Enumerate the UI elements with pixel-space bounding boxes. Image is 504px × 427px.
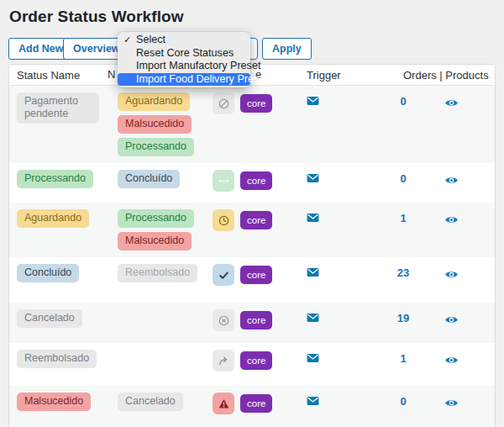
type-cell: core (204, 350, 298, 372)
check-icon (213, 264, 234, 286)
status-name-cell: Cancelado (9, 309, 110, 328)
products-cell (433, 350, 495, 368)
next-statuses-cell: AguardandoMalsucedidoProcessando (110, 92, 204, 156)
warning-triangle-icon (213, 393, 234, 414)
email-envelope-icon[interactable] (307, 394, 319, 409)
eye-icon[interactable] (444, 396, 459, 411)
status-name-badge[interactable]: Reembolsado (17, 350, 97, 368)
orders-count-link[interactable]: 0 (400, 172, 406, 185)
core-badge: core (240, 311, 272, 329)
status-row: ConcluídoReembolsadocore23 (9, 257, 495, 303)
products-cell (433, 170, 495, 188)
products-cell (433, 309, 495, 328)
trigger-cell (298, 350, 374, 366)
menu-item-reset-core-statuses[interactable]: Reset Core Statuses (118, 47, 250, 61)
slash-circle-icon (213, 92, 234, 114)
page-title: Order Status Workflow (9, 8, 184, 26)
menu-item-import-manufactory-preset[interactable]: Import Manufactory Preset (118, 60, 250, 73)
status-row: Canceladocore19 (9, 303, 495, 343)
menu-item-label: Select (136, 34, 165, 45)
menu-item-label: Reset Core Statuses (136, 47, 234, 59)
statuses-table: Status Name Trigger Orders | Products N … (8, 64, 496, 427)
order-status-workflow-page: Order Status Workflow Add New Overview A… (0, 0, 504, 427)
status-row: ProcessandoConcluídocore0 (9, 163, 495, 203)
menu-item-select[interactable]: ✓Select (118, 34, 250, 47)
next-status-badge: Malsucedido (118, 115, 192, 134)
status-row: Reembolsadocore1 (9, 343, 495, 386)
circle-x-icon (213, 309, 234, 331)
core-badge: core (240, 211, 272, 229)
next-statuses-cell: Reembolsado (110, 264, 204, 282)
core-badge: core (240, 171, 272, 190)
status-name-badge[interactable]: Pagamento pendente (17, 92, 99, 124)
status-name-badge[interactable]: Cancelado (17, 309, 82, 328)
status-name-cell: Malsucedido (9, 393, 110, 411)
status-name-cell: Aguardando (9, 209, 110, 228)
email-envelope-icon[interactable] (307, 266, 319, 281)
status-name-badge[interactable]: Concluído (17, 264, 79, 282)
status-name-badge[interactable]: Processando (17, 170, 93, 188)
orders-count-link[interactable]: 0 (400, 395, 406, 408)
orders-count-link[interactable]: 23 (397, 266, 409, 279)
orders-cell: 0 (374, 170, 433, 186)
type-cell: core (204, 309, 298, 331)
status-row: Pagamento pendenteAguardandoMalsucedidoP… (9, 86, 495, 163)
eye-icon[interactable] (444, 353, 459, 368)
next-statuses-cell: ProcessandoMalsucedido (110, 209, 204, 250)
eye-icon[interactable] (444, 96, 459, 111)
status-row: MalsucedidoCanceladocore0 (9, 386, 495, 427)
eye-icon[interactable] (444, 267, 459, 282)
clock-icon (213, 209, 234, 231)
email-envelope-icon[interactable] (307, 351, 319, 366)
ellipsis-icon (213, 170, 234, 192)
trigger-cell (298, 309, 374, 326)
redo-arrow-icon (213, 350, 234, 372)
core-badge: core (240, 394, 272, 413)
type-cell: core (204, 264, 298, 286)
preset-dropdown-menu: ✓SelectReset Core StatusesImport Manufac… (118, 32, 250, 87)
eye-icon[interactable] (444, 313, 459, 328)
status-name-cell: Reembolsado (9, 350, 110, 368)
status-name-cell: Processando (9, 170, 110, 188)
apply-button[interactable]: Apply (262, 38, 312, 60)
orders-cell: 23 (374, 264, 433, 280)
menu-item-label: Import Manufactory Preset (136, 60, 260, 71)
next-statuses-cell: Concluído (110, 170, 204, 188)
products-cell (433, 92, 495, 111)
orders-cell: 1 (374, 350, 433, 366)
email-envelope-icon[interactable] (307, 211, 319, 226)
products-cell (433, 393, 495, 411)
status-name-badge[interactable]: Aguardando (17, 209, 89, 228)
orders-count-link[interactable]: 1 (400, 352, 406, 365)
status-name-badge[interactable]: Malsucedido (17, 393, 91, 411)
menu-item-import-food-delivery-preset[interactable]: Import Food Delivery Preset (118, 73, 250, 87)
orders-count-link[interactable]: 0 (400, 95, 406, 108)
trigger-cell (298, 170, 374, 187)
orders-count-link[interactable]: 1 (400, 212, 406, 224)
email-envelope-icon[interactable] (307, 94, 319, 109)
next-status-badge: Reembolsado (118, 264, 197, 282)
orders-cell: 0 (374, 393, 433, 409)
column-header-trigger: Trigger (298, 69, 374, 82)
checkmark-icon: ✓ (123, 34, 131, 47)
trigger-cell (298, 264, 374, 281)
email-envelope-icon[interactable] (307, 311, 319, 326)
core-badge: core (240, 266, 272, 284)
next-statuses-cell: Cancelado (110, 393, 204, 411)
orders-cell: 1 (374, 209, 433, 225)
orders-count-link[interactable]: 19 (397, 312, 409, 324)
status-name-cell: Concluído (9, 264, 110, 282)
products-cell (433, 264, 495, 282)
hidden-column-header-fragment: N (108, 68, 115, 81)
table-body: Pagamento pendenteAguardandoMalsucedidoP… (9, 86, 495, 427)
trigger-cell (298, 393, 374, 409)
next-status-badge: Malsucedido (118, 232, 192, 250)
core-badge: core (240, 351, 272, 370)
orders-cell: 19 (374, 309, 433, 325)
next-status-badge: Aguardando (118, 92, 190, 111)
menu-item-label: Import Food Delivery Preset (136, 73, 268, 85)
email-envelope-icon[interactable] (307, 171, 319, 187)
eye-icon[interactable] (444, 173, 459, 188)
core-badge: core (240, 94, 272, 113)
eye-icon[interactable] (444, 213, 459, 228)
